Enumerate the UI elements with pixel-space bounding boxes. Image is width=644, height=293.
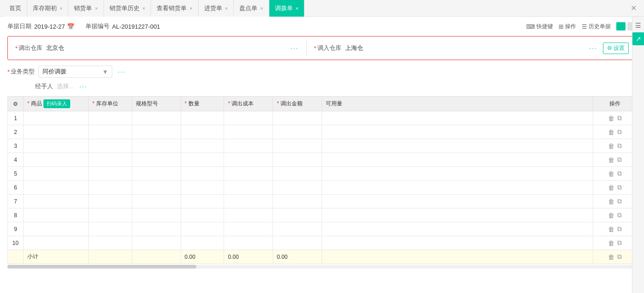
row-amount[interactable] xyxy=(273,139,322,153)
row-qty[interactable] xyxy=(181,208,224,222)
warehouse-in-more[interactable]: ··· xyxy=(589,44,597,52)
row-goods[interactable] xyxy=(24,125,89,139)
tab-close-sales-order[interactable]: × xyxy=(95,6,97,11)
calendar-icon[interactable]: 📅 xyxy=(67,23,74,30)
row-goods[interactable] xyxy=(24,195,89,208)
manager-more-btn[interactable]: ··· xyxy=(79,83,88,90)
row-goods[interactable] xyxy=(24,222,89,236)
row-unit[interactable] xyxy=(88,208,132,222)
row-unit[interactable] xyxy=(88,181,132,195)
tab-close-view-sales[interactable]: × xyxy=(189,6,192,11)
tab-view-sales[interactable]: 查看销货单 × xyxy=(151,0,198,17)
row-amount[interactable] xyxy=(273,181,322,195)
subtotal-delete-icon[interactable]: 🗑 xyxy=(608,253,614,261)
tab-sales-order[interactable]: 销货单 × xyxy=(68,0,103,17)
row-unit[interactable] xyxy=(88,236,132,250)
row-spec[interactable] xyxy=(132,167,181,181)
row-cost[interactable] xyxy=(224,208,273,222)
row-delete-icon[interactable]: 🗑 xyxy=(608,198,614,205)
row-qty[interactable] xyxy=(181,153,224,167)
tab-close-inventory-init[interactable]: × xyxy=(60,6,62,11)
row-delete-icon[interactable]: 🗑 xyxy=(608,226,614,233)
scrollbar-thumb[interactable] xyxy=(7,265,196,269)
row-amount[interactable] xyxy=(273,167,322,181)
row-spec[interactable] xyxy=(132,125,181,139)
row-unit[interactable] xyxy=(88,222,132,236)
row-spec[interactable] xyxy=(132,222,181,236)
row-copy-icon[interactable]: ⧉ xyxy=(617,142,622,150)
row-cost[interactable] xyxy=(224,236,273,250)
biz-type-select[interactable]: 同价调拨 ▼ xyxy=(38,66,112,78)
row-spec[interactable] xyxy=(132,236,181,250)
row-cost[interactable] xyxy=(224,125,273,139)
row-copy-icon[interactable]: ⧉ xyxy=(617,225,622,233)
tab-inventory-init[interactable]: 库存期初 × xyxy=(27,0,68,17)
row-amount[interactable] xyxy=(273,236,322,250)
row-amount[interactable] xyxy=(273,195,322,208)
row-cost[interactable] xyxy=(224,222,273,236)
row-unit[interactable] xyxy=(88,139,132,153)
horizontal-scrollbar[interactable] xyxy=(7,265,637,269)
row-goods[interactable] xyxy=(24,181,89,195)
row-qty[interactable] xyxy=(181,195,224,208)
row-delete-icon[interactable]: 🗑 xyxy=(608,156,614,164)
row-delete-icon[interactable]: 🗑 xyxy=(608,115,614,122)
row-spec[interactable] xyxy=(132,208,181,222)
tab-close-stocktake[interactable]: × xyxy=(260,6,263,11)
row-delete-icon[interactable]: 🗑 xyxy=(608,184,614,191)
settings-button[interactable]: ⚙ 设置 xyxy=(603,43,629,54)
tab-sales-history[interactable]: 销货单历史 × xyxy=(104,0,151,17)
row-copy-icon[interactable]: ⧉ xyxy=(617,211,622,219)
row-cost[interactable] xyxy=(224,111,273,125)
row-unit[interactable] xyxy=(88,167,132,181)
tab-purchase[interactable]: 进货单 × xyxy=(199,0,234,17)
row-qty[interactable] xyxy=(181,181,224,195)
row-delete-icon[interactable]: 🗑 xyxy=(608,142,614,150)
operate-btn[interactable]: ⊞ 操作 xyxy=(559,23,576,31)
warehouse-out-value[interactable]: 北京仓 xyxy=(46,44,64,52)
row-goods[interactable] xyxy=(24,139,89,153)
row-goods[interactable] xyxy=(24,111,89,125)
row-unit[interactable] xyxy=(88,111,132,125)
window-close-button[interactable]: ✕ xyxy=(627,4,640,12)
row-copy-icon[interactable]: ⧉ xyxy=(617,239,622,247)
row-qty[interactable] xyxy=(181,167,224,181)
row-goods[interactable] xyxy=(24,236,89,250)
scan-btn[interactable]: 扫码录入 xyxy=(43,99,70,108)
row-qty[interactable] xyxy=(181,139,224,153)
row-amount[interactable] xyxy=(273,208,322,222)
row-spec[interactable] xyxy=(132,139,181,153)
row-qty[interactable] xyxy=(181,236,224,250)
tab-stocktake[interactable]: 盘点单 × xyxy=(234,0,269,17)
row-cost[interactable] xyxy=(224,195,273,208)
row-amount[interactable] xyxy=(273,111,322,125)
shortcut-btn[interactable]: ⌨ 快捷键 xyxy=(526,23,553,31)
row-cost[interactable] xyxy=(224,181,273,195)
row-copy-icon[interactable]: ⧉ xyxy=(617,170,622,177)
row-qty[interactable] xyxy=(181,222,224,236)
row-spec[interactable] xyxy=(132,153,181,167)
row-unit[interactable] xyxy=(88,153,132,167)
row-cost[interactable] xyxy=(224,167,273,181)
tab-close-purchase[interactable]: × xyxy=(225,6,228,11)
row-copy-icon[interactable]: ⧉ xyxy=(617,183,622,191)
row-amount[interactable] xyxy=(273,125,322,139)
history-btn[interactable]: ☰ 历史单据 xyxy=(582,23,611,31)
row-spec[interactable] xyxy=(132,195,181,208)
warehouse-in-value[interactable]: 上海仓 xyxy=(345,44,363,52)
sidebar-notes-icon[interactable]: ☰ xyxy=(633,20,644,31)
row-amount[interactable] xyxy=(273,222,322,236)
row-copy-icon[interactable]: ⧉ xyxy=(617,128,622,136)
tab-close-sales-history[interactable]: × xyxy=(142,6,145,11)
row-delete-icon[interactable]: 🗑 xyxy=(608,239,614,247)
row-spec[interactable] xyxy=(132,111,181,125)
row-amount[interactable] xyxy=(273,153,322,167)
row-delete-icon[interactable]: 🗑 xyxy=(608,128,614,136)
row-copy-icon[interactable]: ⧉ xyxy=(617,114,622,122)
warehouse-out-more[interactable]: ··· xyxy=(291,44,299,52)
th-gear[interactable]: ⚙ xyxy=(8,97,24,111)
subtotal-copy-icon[interactable]: ⧉ xyxy=(617,253,622,261)
tab-home[interactable]: 首页 xyxy=(4,0,27,17)
manager-select[interactable]: 选择... xyxy=(57,82,74,91)
tab-transfer[interactable]: 调拨单 × xyxy=(269,0,304,17)
